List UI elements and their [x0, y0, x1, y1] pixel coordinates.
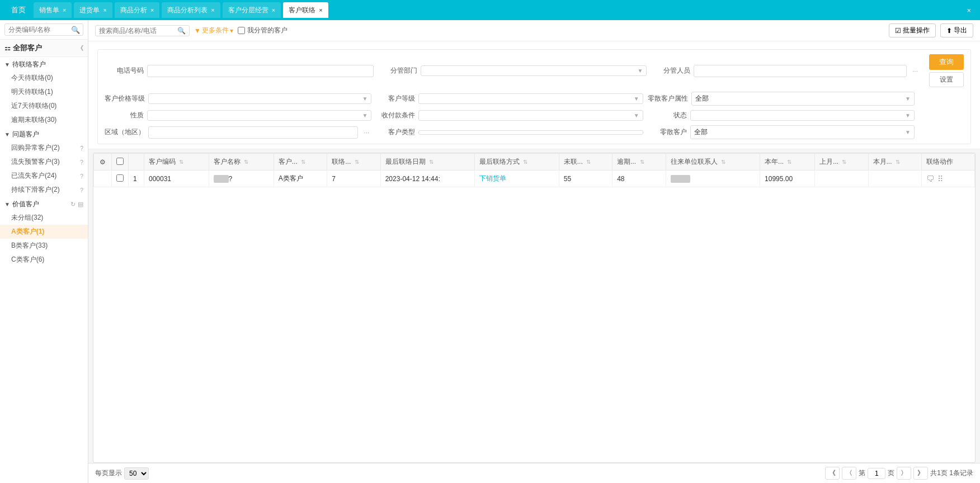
section-pending-triangle: ▼ [4, 61, 10, 68]
all-customers-header[interactable]: ⚏ 全部客户 《 [0, 40, 88, 57]
status-arrow: ▼ [905, 112, 911, 119]
close-customer-segment-tab[interactable]: × [272, 7, 275, 13]
sidebar-today-pending[interactable]: 今天待联络(0) [0, 71, 88, 85]
region-dots[interactable]: ··· [361, 129, 371, 136]
sidebar-unclassified[interactable]: 未分组(32) [0, 211, 88, 225]
last-page-btn[interactable]: 》 [913, 467, 928, 480]
section-pending[interactable]: ▼ 待联络客户 [0, 57, 88, 71]
next-page-btn[interactable]: 〉 [897, 467, 911, 480]
nature-select[interactable]: ▼ [147, 110, 371, 121]
person-dots[interactable]: ··· [910, 67, 920, 75]
collapse-icon[interactable]: 《 [77, 44, 83, 53]
row-contact: 7 [327, 171, 380, 187]
per-page-select[interactable]: 50 [124, 467, 149, 480]
close-analysis-list-tab[interactable]: × [211, 7, 214, 13]
price-grade-select[interactable]: ▼ [148, 93, 371, 104]
sidebar-search-area: 🔍 [0, 20, 88, 40]
sidebar-abnormal-repurchase[interactable]: 回购异常客户(2) ? [0, 141, 88, 155]
col-not-contact-sort[interactable]: ⇅ [586, 159, 591, 165]
row-name-blurred: Ea [214, 175, 229, 183]
my-customers-checkbox[interactable] [238, 27, 245, 34]
person-input[interactable] [694, 65, 907, 77]
close-customer-contact-tab[interactable]: × [319, 7, 322, 13]
export-icon: ⬆ [946, 27, 952, 35]
contact-icon[interactable]: 🗨 [926, 174, 934, 183]
last-method-link[interactable]: 下销货单 [479, 174, 506, 182]
more-filter-btn[interactable]: ▼ 更多条件 ▾ [194, 26, 233, 35]
region-label: 区域（地区） [105, 127, 145, 137]
adv-payment-field: 收付款条件 ▼ [376, 110, 643, 121]
row-select-checkbox[interactable] [116, 174, 124, 182]
adv-filter: 电话号码 分管部门 ▼ 分管人员 ··· [97, 49, 971, 144]
col-gear[interactable]: ⚙ [94, 154, 112, 171]
prev-page-btn[interactable]: 〈 [842, 467, 856, 480]
sidebar-declining[interactable]: 持续下滑客户(2) ? [0, 183, 88, 197]
col-this-year-sort[interactable]: ⇅ [787, 159, 791, 165]
col-last-method-sort[interactable]: ⇅ [523, 159, 527, 165]
status-select[interactable]: ▼ [690, 110, 915, 121]
close-sales-tab[interactable]: × [63, 7, 66, 13]
dept-select[interactable]: ▼ [421, 65, 647, 76]
tab-analysis[interactable]: 商品分析 × [115, 2, 159, 18]
dept-arrow: ▼ [637, 68, 643, 74]
main-layout: 🔍 ⚏ 全部客户 《 ▼ 待联络客户 今天待联络(0) 明天待联络(1) 近7天… [0, 20, 980, 483]
close-purchase-tab[interactable]: × [103, 7, 106, 13]
sidebar-loss-warning[interactable]: 流失预警客户(3) ? [0, 155, 88, 169]
tab-sales[interactable]: 销售单 × [34, 2, 72, 18]
col-this-month-sort[interactable]: ⇅ [896, 159, 900, 165]
col-last-month-sort[interactable]: ⇅ [842, 159, 846, 165]
section-value[interactable]: ▼ 价值客户 ↻ ▤ [0, 197, 88, 211]
col-code-sort[interactable]: ⇅ [179, 159, 183, 165]
setting-button[interactable]: 设置 [929, 72, 964, 87]
col-unit-contact-sort[interactable]: ⇅ [721, 159, 725, 165]
more-icon[interactable]: ⠿ [937, 174, 943, 183]
batch-op-button[interactable]: ☑ 批量操作 [889, 23, 936, 37]
tab-customer-segment[interactable]: 客户分层经营 × [223, 2, 281, 18]
first-page-btn[interactable]: 《 [825, 467, 840, 480]
adv-retail-field: 零散客户 全部 ▼ [648, 125, 915, 139]
region-input[interactable] [148, 126, 358, 139]
select-all-checkbox[interactable] [116, 158, 124, 165]
payment-select[interactable]: ▼ [418, 110, 643, 121]
col-name-sort[interactable]: ⇅ [244, 159, 248, 165]
row-last-method[interactable]: 下销货单 [474, 171, 559, 187]
sidebar-class-b[interactable]: B类客户(33) [0, 239, 88, 253]
main-search-input[interactable] [99, 27, 177, 35]
sidebar-class-a[interactable]: A类客户(1) [0, 225, 88, 239]
row-last-date: 2023-04-12 14:44: [380, 171, 474, 187]
close-all[interactable]: × [967, 6, 976, 15]
adv-nature-field: 性质 ▼ [105, 110, 371, 121]
adv-region-field: 区域（地区） ··· [105, 126, 371, 139]
adv-person-field: 分管人员 ··· [651, 65, 920, 77]
tab-purchase[interactable]: 进货单 × [74, 2, 112, 18]
retail-attr-select[interactable]: 全部 ▼ [691, 92, 915, 106]
home-tab[interactable]: 首页 [4, 5, 32, 15]
add-group-icon[interactable]: ▤ [78, 201, 83, 208]
col-last-date-sort[interactable]: ⇅ [429, 159, 434, 165]
search-wrap: 🔍 [95, 25, 190, 36]
cust-type-select[interactable] [418, 130, 643, 135]
main-search-icon[interactable]: 🔍 [177, 27, 186, 35]
adv-row-3: 性质 ▼ 收付款条件 ▼ 状态 [105, 110, 964, 121]
close-analysis-tab[interactable]: × [150, 7, 154, 13]
sidebar-week-pending[interactable]: 近7天待联络(0) [0, 99, 88, 113]
tab-analysis-list[interactable]: 商品分析列表 × [162, 2, 220, 18]
sidebar-overdue-pending[interactable]: 逾期未联络(30) [0, 113, 88, 127]
refresh-icon[interactable]: ↻ [70, 201, 76, 208]
retail-select[interactable]: 全部 ▼ [690, 125, 915, 139]
adv-cust-grade-field: 客户等级 ▼ [376, 93, 643, 104]
sidebar-class-c[interactable]: C类客户(6) [0, 253, 88, 267]
tab-customer-contact[interactable]: 客户联络 × [283, 2, 328, 18]
col-contact-sort[interactable]: ⇅ [355, 159, 359, 165]
query-button[interactable]: 查询 [929, 54, 964, 70]
sidebar-search-icon[interactable]: 🔍 [71, 26, 80, 34]
sidebar-lost[interactable]: 已流失客户(24) ? [0, 169, 88, 183]
export-button[interactable]: ⬆ 导出 [940, 23, 973, 37]
phone-input[interactable] [147, 65, 374, 77]
section-problem[interactable]: ▼ 问题客户 [0, 127, 88, 141]
col-cust-type-sort[interactable]: ⇅ [301, 159, 305, 165]
cust-grade-select[interactable]: ▼ [418, 93, 643, 104]
sidebar-tomorrow-pending[interactable]: 明天待联络(1) [0, 85, 88, 99]
page-input[interactable] [868, 468, 885, 479]
col-overdue-sort[interactable]: ⇅ [640, 159, 644, 165]
